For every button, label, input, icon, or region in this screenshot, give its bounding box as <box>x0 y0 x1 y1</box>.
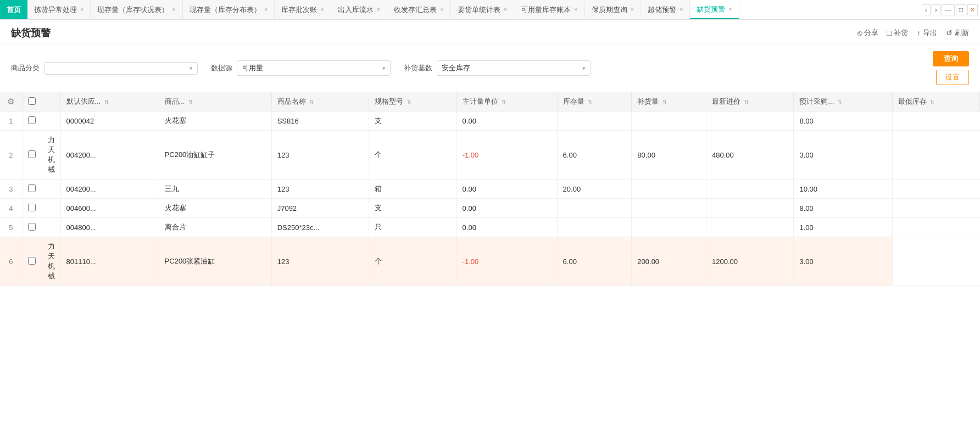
tab-shortage-warning[interactable]: 缺货预警× <box>690 0 739 19</box>
goods-category-select[interactable]: ▾ <box>44 62 198 75</box>
inventory-cell-3: 0.00 <box>456 199 557 218</box>
tab-requisition-stats[interactable]: 要货单统计表× <box>451 0 514 19</box>
row-checkbox-1[interactable] <box>28 150 36 158</box>
export-label: 导出 <box>923 28 937 38</box>
tab-inventory-dist[interactable]: 现存量（库存分布表）× <box>183 0 275 19</box>
tab-overstock-warning[interactable]: 超储预警× <box>641 0 690 19</box>
refresh-button[interactable]: ↺ 刷新 <box>946 28 969 38</box>
replenish-qty-sort-icon: ⇅ <box>662 99 667 105</box>
export-icon: ↑ <box>917 29 921 37</box>
query-button[interactable]: 查询 <box>933 51 969 66</box>
tab-receipt-summary[interactable]: 收发存汇总表× <box>387 0 450 19</box>
column-spec[interactable]: 规格型号 ⇅ <box>369 92 456 111</box>
row-checkbox-cell-1 <box>22 131 42 180</box>
share-icon: ⎋ <box>858 29 862 37</box>
table-row: 3004200...三九123箱0.0020.0010.00 <box>0 180 980 199</box>
row-checkbox-4[interactable] <box>28 223 36 231</box>
row-checkbox-0[interactable] <box>28 116 36 124</box>
est-purchase-cell-1: 480.00 <box>706 131 794 180</box>
column-inventory[interactable]: 库存量 ⇅ <box>557 92 632 111</box>
min-inventory-cell-2: 10.00 <box>794 180 892 199</box>
tab-home[interactable]: 首页 <box>0 0 27 19</box>
tab-bar: 首页拣货异常处理×现存量（库存状况表）×现存量（库存分布表）×库存批次账×出入库… <box>0 0 980 20</box>
replenish-label: 补货 <box>894 28 908 38</box>
gear-icon[interactable]: ⚙ <box>7 97 14 106</box>
tab-close-available-ledger[interactable]: × <box>574 7 577 13</box>
unit-header-label: 主计量单位 <box>463 97 498 105</box>
main-content: 缺货预警 ⎋ 分享 □ 补货 ↑ 导出 ↺ 刷新 商品分类 <box>0 20 980 437</box>
column-unit[interactable]: 主计量单位 ⇅ <box>456 92 557 111</box>
row-checkbox-3[interactable] <box>28 204 36 211</box>
window-maximize-button[interactable]: □ <box>956 4 966 15</box>
column-checkbox <box>22 92 42 111</box>
data-table: ⚙ 默认供应... ⇅ 商品... ⇅ 商品名称 <box>0 92 980 286</box>
window-minimize-button[interactable]: — <box>942 4 955 15</box>
latest-price-cell-5: 200.00 <box>632 237 706 286</box>
row-checkbox-5[interactable] <box>28 257 36 265</box>
replenish-base-chevron-icon: ▾ <box>582 65 586 72</box>
tab-close-in-out-flow[interactable]: × <box>377 7 380 13</box>
tab-label-expiry-query: 保质期查询 <box>592 5 627 15</box>
goods-code-sort-icon: ⇅ <box>188 99 193 105</box>
goods-name-cell-2: 三九 <box>159 180 271 199</box>
row-index-1: 2 <box>0 131 22 180</box>
min-inventory-cell-1: 3.00 <box>794 131 892 180</box>
tab-close-expiry-query[interactable]: × <box>631 7 634 13</box>
tab-abnormal[interactable]: 拣货异常处理× <box>27 0 91 19</box>
replenish-base-value: 安全库存 <box>442 63 578 73</box>
column-latest-price[interactable]: 最新进价 ⇅ <box>706 92 794 111</box>
replenish-button[interactable]: □ 补货 <box>887 28 908 38</box>
tab-close-overstock-warning[interactable]: × <box>680 7 683 13</box>
tab-close-inventory-status[interactable]: × <box>172 7 175 13</box>
tab-expiry-query[interactable]: 保质期查询× <box>585 0 641 19</box>
column-min-inventory[interactable]: 最低库存 ⇅ <box>892 92 979 111</box>
column-est-purchase[interactable]: 预计采购... ⇅ <box>794 92 892 111</box>
export-button[interactable]: ↑ 导出 <box>917 28 937 38</box>
column-goods-name[interactable]: 商品名称 ⇅ <box>271 92 369 111</box>
select-all-checkbox[interactable] <box>28 97 36 105</box>
min-inventory-sort-icon: ⇅ <box>930 99 934 105</box>
est-purchase-cell-0 <box>706 111 794 131</box>
data-source-select[interactable]: 可用量 ▾ <box>237 60 391 76</box>
tab-close-inventory-dist[interactable]: × <box>264 7 268 13</box>
table-row: 4004600...火花塞J7092支0.008.00 <box>0 199 980 218</box>
replenish-qty-cell-0 <box>557 111 632 131</box>
column-settings[interactable]: ⚙ <box>0 92 22 111</box>
tab-close-shortage-warning[interactable]: × <box>728 6 732 12</box>
tab-available-ledger[interactable]: 可用量库存账本× <box>514 0 584 19</box>
tab-close-abnormal[interactable]: × <box>80 7 83 13</box>
column-default-supplier[interactable]: 默认供应... ⇅ <box>60 92 159 111</box>
min-inventory-cell-4: 1.00 <box>794 218 892 237</box>
share-button[interactable]: ⎋ 分享 <box>858 28 878 38</box>
window-close-button[interactable]: × <box>967 4 978 15</box>
tab-next-button[interactable]: › <box>932 4 940 15</box>
tab-label-requisition-stats: 要货单统计表 <box>458 5 500 15</box>
inventory-sort-icon: ⇅ <box>588 99 592 105</box>
tab-inventory-status[interactable]: 现存量（库存状况表）× <box>91 0 182 19</box>
goods-name-cell-1: PC200油缸缸子 <box>159 131 271 180</box>
tab-label-inventory-status: 现存量（库存状况表） <box>97 5 169 15</box>
unit-cell-5: 个 <box>369 237 456 286</box>
row-checkbox-2[interactable] <box>28 184 36 192</box>
row-index-5: 6 <box>0 237 22 286</box>
goods-code-cell-4: 004800... <box>60 218 159 237</box>
replenish-base-select[interactable]: 安全库存 ▾ <box>437 60 591 76</box>
tab-batch-ledger[interactable]: 库存批次账× <box>275 0 331 19</box>
est-purchase-cell-2 <box>706 180 794 199</box>
replenish-qty-cell-3 <box>557 199 632 218</box>
goods-category-label: 商品分类 <box>11 63 40 73</box>
tab-label-in-out-flow: 出入库流水 <box>338 5 374 15</box>
tab-close-batch-ledger[interactable]: × <box>320 7 324 13</box>
column-replenish-qty[interactable]: 补货量 ⇅ <box>632 92 706 111</box>
tab-close-receipt-summary[interactable]: × <box>440 7 443 13</box>
table-row: 6力天机械801110...PC200张紧油缸123个-1.006.00200.… <box>0 237 980 286</box>
min-inventory-cell-0: 8.00 <box>794 111 892 131</box>
column-index <box>42 92 60 111</box>
inventory-cell-5: -1.00 <box>456 237 557 286</box>
settings-button[interactable]: 设置 <box>936 70 969 85</box>
tab-close-requisition-stats[interactable]: × <box>504 7 507 13</box>
tab-prev-button[interactable]: ‹ <box>922 4 931 15</box>
tab-in-out-flow[interactable]: 出入库流水× <box>331 0 387 19</box>
column-goods-code[interactable]: 商品... ⇅ <box>159 92 271 111</box>
replenish-qty-cell-2: 20.00 <box>557 180 632 199</box>
